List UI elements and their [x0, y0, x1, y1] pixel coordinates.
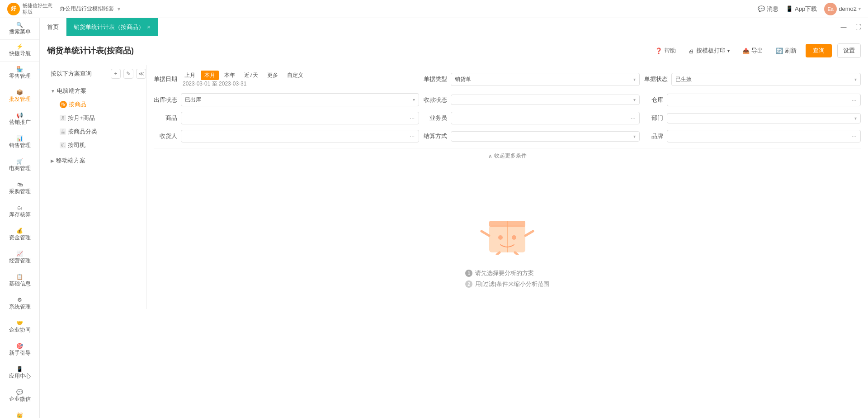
sidebar-item-marketing[interactable]: 📢 营销推广	[0, 108, 39, 131]
date-label: 单据日期	[154, 75, 181, 83]
hint-dot-1: 1	[465, 270, 472, 277]
sales-icon: 📊	[2, 135, 38, 142]
svg-line-8	[515, 252, 518, 255]
custom-tag[interactable]: 自定义	[283, 71, 307, 80]
tab-minimize-btn[interactable]: —	[837, 21, 850, 33]
sidebar-item-retail[interactable]: 🏪 零售管理	[0, 62, 39, 85]
operation-icon: 📈	[2, 251, 38, 257]
tab-home[interactable]: 首页	[40, 18, 66, 36]
sidebar-item-basic[interactable]: 📋 基础信息	[0, 269, 39, 292]
logo-area: 好 畅捷信好生意 标版	[7, 3, 52, 15]
settle-select[interactable]: ▾	[451, 131, 640, 142]
tree-item-by-goods[interactable]: 按 按商品	[47, 98, 146, 111]
sidebar-item-finance[interactable]: 💰 资金管理	[0, 223, 39, 246]
app-download-btn[interactable]: 📱 App下载	[786, 5, 817, 13]
dept-chevron-icon: ▾	[854, 116, 857, 121]
dept-select[interactable]: ▾	[667, 113, 861, 124]
tab-bar: 首页 销货单统计计表（按商品） × — ⛶	[40, 18, 868, 36]
svg-line-6	[525, 231, 533, 236]
print-btn[interactable]: 🖨 按模板打印 ▾	[685, 45, 733, 57]
refresh-icon: 🔄	[776, 48, 783, 54]
tab-maximize-btn[interactable]: ⛶	[852, 21, 864, 33]
sidebar-item-member[interactable]: 👑 畅会员	[0, 408, 39, 418]
top-bar-right: 💬 消息 📱 App下载 Ea demo2 ▾	[758, 3, 861, 15]
sidebar-item-wechat[interactable]: 💬 企业微信	[0, 385, 39, 408]
enterprise-icon: 🤝	[2, 320, 38, 326]
refresh-btn[interactable]: 🔄 刷新	[772, 45, 800, 57]
goods-dots-icon: ···	[410, 114, 415, 122]
tree-desktop-section[interactable]: ▼ 电脑端方案	[47, 84, 146, 98]
staff-label: 业务员	[419, 114, 451, 122]
receiver-input[interactable]: ···	[181, 130, 419, 142]
edit-scheme-btn[interactable]: ✎	[123, 69, 133, 79]
this-month-tag[interactable]: 本月	[201, 71, 219, 80]
mobile-expand-arrow-icon: ▶	[51, 158, 54, 163]
sidebar-item-enterprise[interactable]: 🤝 企业协同	[0, 315, 39, 338]
outstatus-label: 出库状态	[154, 96, 181, 104]
page-title: 销货单统计计表(按商品)	[47, 45, 134, 56]
empty-illustration	[478, 205, 537, 255]
sidebar-item-sales[interactable]: 📊 销售管理	[0, 131, 39, 154]
guide-icon: 🎯	[2, 343, 38, 349]
by-goods-icon: 按	[60, 101, 67, 108]
filter-receiver: 收货人 ···	[154, 130, 419, 142]
outstatus-select[interactable]: 已出库 ▾	[181, 93, 419, 106]
sidebar-item-guide[interactable]: 🎯 新手引导	[0, 338, 39, 361]
page-actions: ❓ 帮助 🖨 按模板打印 ▾ 📤 导出 🔄	[651, 43, 861, 58]
marketing-icon: 📢	[2, 112, 38, 119]
export-btn[interactable]: 📤 导出	[739, 45, 767, 57]
page-content: 销货单统计计表(按商品) ❓ 帮助 🖨 按模板打印 ▾ 📤	[40, 36, 868, 418]
svg-point-4	[512, 235, 516, 240]
finance-icon: 💰	[2, 228, 38, 234]
recvstatus-select[interactable]: ▾	[451, 95, 640, 105]
outstatus-chevron-icon: ▾	[413, 97, 415, 102]
top-bar: 好 畅捷信好生意 标版 办公用品行业模拟账套 ▾ 💬 消息 📱 App下载 Ea…	[0, 0, 868, 18]
collapse-bar[interactable]: ∧ 收起更多条件	[154, 148, 861, 163]
wholesale-icon: 📦	[2, 89, 38, 95]
receiver-dots-icon: ···	[410, 133, 415, 140]
logo-icon: 好	[7, 3, 20, 15]
tab-close-btn[interactable]: ×	[147, 24, 151, 30]
sidebar-item-apps[interactable]: 📱 应用中心	[0, 361, 39, 385]
filter-area: 单据日期 上月 本月 本年 近7天 更多 自定义	[154, 65, 861, 169]
right-panel: 单据日期 上月 本月 本年 近7天 更多 自定义	[146, 65, 861, 309]
doctype-select[interactable]: 销货单 ▾	[451, 73, 640, 86]
search-icon: 🔍	[2, 22, 38, 28]
docstatus-select[interactable]: 已生效 ▾	[671, 73, 861, 86]
this-year-tag[interactable]: 本年	[221, 71, 239, 80]
brand-input[interactable]: ···	[667, 130, 861, 142]
sidebar-item-inventory[interactable]: 🗂 库存核算	[0, 200, 39, 223]
goods-input[interactable]: ···	[181, 112, 419, 124]
ecommerce-icon: 🛒	[2, 158, 38, 165]
apps-icon: 📱	[2, 366, 38, 372]
sidebar-item-wholesale[interactable]: 📦 批发管理	[0, 85, 39, 108]
warehouse-input[interactable]: ···	[667, 94, 861, 106]
sidebar-item-purchase[interactable]: 🛍 采购管理	[0, 177, 39, 200]
more-tag[interactable]: 更多	[264, 71, 282, 80]
sidebar-item-quicknav[interactable]: ⚡ 快捷导航	[0, 40, 39, 62]
message-btn[interactable]: 💬 消息	[758, 5, 778, 13]
svg-line-5	[481, 231, 489, 236]
docstatus-label: 单据状态	[640, 75, 671, 83]
sidebar-item-ecommerce[interactable]: 🛒 电商管理	[0, 154, 39, 177]
staff-dots-icon: ···	[631, 114, 636, 122]
doctype-label: 单据类型	[419, 75, 451, 83]
prev-month-tag[interactable]: 上月	[181, 71, 199, 80]
tree-item-goods-category[interactable]: 品 按商品分类	[47, 125, 146, 138]
user-area[interactable]: Ea demo2 ▾	[824, 3, 861, 15]
add-scheme-btn[interactable]: +	[111, 69, 121, 79]
settle-label: 结算方式	[419, 132, 451, 140]
sidebar-item-system[interactable]: ⚙ 系统管理	[0, 292, 39, 315]
7days-tag[interactable]: 近7天	[241, 71, 262, 80]
sidebar-item-operation[interactable]: 📈 经营管理	[0, 246, 39, 269]
tree-item-driver[interactable]: 机 按司机	[47, 138, 146, 152]
tree-mobile-section[interactable]: ▶ 移动端方案	[47, 154, 146, 167]
sidebar-item-search[interactable]: 🔍 搜索菜单	[0, 18, 39, 40]
query-btn[interactable]: 查询	[806, 44, 832, 57]
tree-item-month-goods[interactable]: 月 按月+商品	[47, 111, 146, 125]
help-btn[interactable]: ❓ 帮助	[651, 45, 679, 57]
tab-active[interactable]: 销货单统计计表（按商品） ×	[66, 18, 158, 36]
staff-input[interactable]: ···	[451, 112, 640, 124]
collapse-panel-btn[interactable]: ≪	[136, 69, 146, 79]
settings-btn[interactable]: 设置	[837, 43, 861, 58]
